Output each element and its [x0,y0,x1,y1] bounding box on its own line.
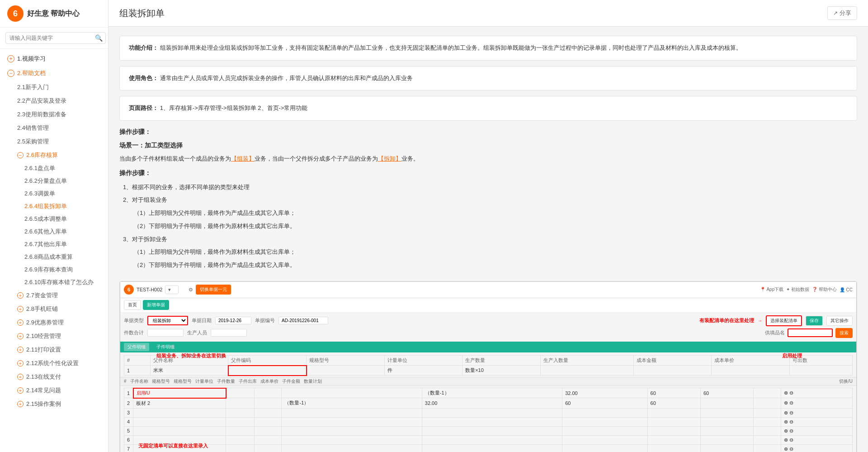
minus-icon-2-6: − [17,152,24,158]
sidebar-item-2-13[interactable]: + 2.13在线支付 [0,370,108,384]
annotation-4-text: 无固定清单可以直接在这里录入 [138,442,208,449]
sidebar-label-2: 2.帮助文档 [17,69,46,77]
sidebar-item-2-10[interactable]: + 2.10经营管理 [0,329,108,343]
sub-row-6: 6⊕ ⊖ [124,435,853,444]
number-input[interactable] [278,317,328,324]
step-2-sub-1: （1）上部明细为父件明细，最终作为产成品生成其它入库单； [134,208,857,219]
app-btn-search-bom[interactable]: 搜索 [835,328,853,338]
sidebar-item-2-6-4[interactable]: 2.6.4组装拆卸单 [0,200,108,213]
sidebar: 6 好生意 帮助中心 🔍 + 1.视频学习 − 2.帮助文档 2.1新手入门 2… [0,0,108,452]
plus-icon-2-8: + [17,306,24,312]
step-3-sub-2: （2）下部明细为子件明细，最终作为产成品生成其它入库单。 [134,260,857,271]
sidebar-item-2-1[interactable]: 2.1新手入门 [0,81,108,94]
tab-parent[interactable]: 父件明细 [124,343,149,351]
sidebar-item-2-7[interactable]: + 2.7资金管理 [0,289,108,302]
app-dropdown[interactable]: ▾ [165,285,179,294]
count-input[interactable] [147,329,184,337]
function-intro-block: 功能介绍： 组装拆卸单用来处理企业组装或拆卸等加工业务，支持有固定装配清单的产品… [119,36,857,61]
sidebar-item-2-6-10[interactable]: 2.6.10库存账本错了怎么办 [0,276,108,289]
share-button[interactable]: ↗ 分享 [827,6,857,20]
logo-icon: 6 [7,5,24,22]
plus-icon-1: + [7,55,14,62]
app-form-row-1: 单据类型 组装拆卸 单据日期 单据编号 有装配清单的在这里处理 → 选择装配清单 [124,315,853,326]
app-screenshot: 6 TEST-H002 ▾ ⚙ 切换单据一元 📍 App下载 ✦ 初始数据 ❓ … [120,281,857,452]
app-btn-confirm[interactable]: 保存 [806,316,823,326]
app-nav-new[interactable]: 新增单据 [143,300,169,310]
app-section-header: 父件明细 子件明细 [120,342,856,352]
col-unit: 计量单位 [384,355,462,366]
sidebar-item-2-6-3[interactable]: 2.6.3调拨单 [0,187,108,200]
sidebar-item-2-6-6[interactable]: 2.6.6其他入库单 [0,225,108,238]
app-company: TEST-H002 [137,287,162,292]
date-input[interactable] [215,317,251,324]
date-label: 单据日期 [192,317,212,324]
app-btn-select-bom[interactable]: 选择装配清单 [766,315,802,326]
sidebar-item-1[interactable]: + 1.视频学习 [0,52,108,66]
sidebar-item-2-5[interactable]: 2.5采购管理 [0,135,108,148]
sidebar-label-1: 1.视频学习 [17,55,46,63]
scene1-desc: 当由多个子件材料组装成一个成品的业务为【组装】业务，当由一个父件拆分成多个子产品… [119,153,857,165]
path-label: 页面路径： [129,105,158,111]
sidebar-item-2[interactable]: − 2.帮助文档 [0,66,108,81]
plus-icon-2-11: + [17,347,24,353]
col-parent-code: 父件编码 [228,355,307,366]
path-text: 页面路径： 1、库存核算->库存管理->组装拆卸单 2、首页->常用功能 [129,105,307,111]
step-2-sub-2: （2）下部明细为子件明细，最终作为原材料生成其它出库单。 [134,221,857,232]
function-intro-label: 功能介绍： [129,44,158,51]
sidebar-item-2-6-7[interactable]: 2.6.7其他出库单 [0,238,108,251]
sidebar-item-2-11[interactable]: + 2.11打印设置 [0,343,108,357]
sidebar-item-2-6-2[interactable]: 2.6.2分量盘点单 [0,175,108,187]
plus-icon-2-9: + [17,319,24,326]
sidebar-item-2-15[interactable]: + 2.15操作案例 [0,397,108,411]
app-form-area: 单据类型 组装拆卸 单据日期 单据编号 有装配清单的在这里处理 → 选择装配清单 [120,313,856,342]
sidebar-item-2-4[interactable]: 2.4销售管理 [0,121,108,135]
step-3: 3、对于拆卸业务 [123,234,857,245]
share-icon: ↗ [833,10,838,16]
search-input[interactable] [5,32,106,44]
sidebar-item-2-6-8[interactable]: 2.6.8商品成本重算 [0,251,108,263]
role-content: 通常由生产人员或库管人员完成拆装业务的操作，库管人员确认原材料的出库和产成品的入… [160,75,413,81]
col-spec: 规格型号 [307,355,385,366]
app-btn-switch[interactable]: 切换单据一元 [196,285,231,295]
sub-row-5: 5⊕ ⊖ [124,426,853,435]
annotation-2-text: 组装业务、拆卸业务在这里切换 [156,352,226,359]
app-topbar-right: 📍 App下载 ✦ 初始数据 ❓ 帮助中心 👤 CC [760,286,853,293]
sidebar-item-2-8[interactable]: + 2.8手机旺铺 [0,302,108,316]
col-produce-qty: 生产数量 [462,355,541,366]
search-icon[interactable]: 🔍 [95,34,103,42]
sidebar-item-2-12[interactable]: + 2.12系统个性化设置 [0,357,108,370]
sidebar-item-2-2[interactable]: 2.2产品安装及登录 [0,94,108,108]
parent-row-1: 1 米米 件 数量×10 [124,366,853,376]
app-logo-small: 6 [124,285,134,295]
ops-title: 操作步骤： [119,128,857,136]
sidebar-item-2-14[interactable]: + 2.14常见问题 [0,384,108,397]
tab-child[interactable]: 子件明细 [153,343,178,351]
function-intro-text: 功能介绍： 组装拆卸单用来处理企业组装或拆卸等加工业务，支持有固定装配清单的产品… [129,44,742,51]
page-title: 组装拆卸单 [119,7,165,19]
sidebar-item-2-3[interactable]: 2.3使用前数据准备 [0,108,108,121]
app-nav-home[interactable]: 首页 [124,300,141,310]
highlight-1[interactable]: 【组装】 [231,155,255,162]
bom-input[interactable] [788,328,833,337]
scene1-title: 场景一：加工类型选择 [119,142,857,150]
role-text: 使用角色： 通常由生产人员或库管人员完成拆装业务的操作，库管人员确认原材料的出库… [129,75,413,81]
highlight-2[interactable]: 【拆卸】 [378,155,401,162]
sidebar-item-2-6-1[interactable]: 2.6.1盘点单 [0,162,108,175]
plus-icon-2-12: + [17,360,24,366]
function-intro-content: 组装拆卸单用来处理企业组装或拆卸等加工业务，支持有固定装配清单的产品加工业务，也… [160,44,742,51]
sidebar-item-2-6-5[interactable]: 2.6.5成本调整单 [0,213,108,225]
tabs-container: 父件明细 子件明细 组装业务、拆卸业务在这里切换 启用处理 [120,342,856,352]
type-input[interactable]: 组装拆卸 [147,316,188,325]
parent-table: # 父件名称 父件编码 规格型号 计量单位 生产数量 生产入数量 成本金额 成本… [124,355,853,376]
step-2: 2、对于组装业务 [123,195,857,206]
sidebar-item-2-6-9[interactable]: 2.6.9库存账本查询 [0,263,108,276]
plus-icon-2-14: + [17,387,24,394]
share-label: 分享 [840,9,851,17]
plus-icon-2-15: + [17,401,24,407]
persons-input[interactable] [211,329,247,337]
sidebar-item-2-6[interactable]: − 2.6库存核算 [0,148,108,162]
main-header: 组装拆卸单 ↗ 分享 [108,0,868,27]
app-btn-other[interactable]: 其它操作 [826,316,853,326]
app-nav-bar: 首页 新增单据 [120,298,856,313]
sidebar-item-2-9[interactable]: + 2.9优惠券管理 [0,316,108,329]
